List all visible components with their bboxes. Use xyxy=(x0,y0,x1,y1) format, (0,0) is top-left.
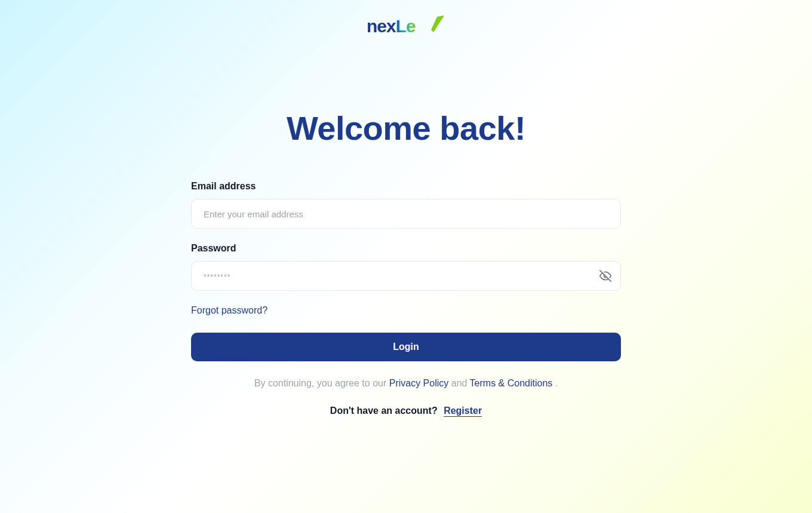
email-input[interactable] xyxy=(191,199,621,229)
toggle-password-visibility-button[interactable] xyxy=(598,269,613,283)
email-input-wrap xyxy=(191,199,621,229)
login-form: Welcome back! Email address Password xyxy=(191,109,621,416)
login-button[interactable]: Login xyxy=(191,333,621,361)
consent-suffix: . xyxy=(555,378,558,388)
consent-prefix: By continuing, you agree to our xyxy=(254,378,389,388)
consent-text: By continuing, you agree to our Privacy … xyxy=(191,378,621,389)
password-label: Password xyxy=(191,243,621,254)
email-field-group: Email address xyxy=(191,181,621,229)
password-input-wrap xyxy=(191,261,621,291)
privacy-policy-link[interactable]: Privacy Policy xyxy=(389,378,449,388)
register-prompt-line: Don't have an account? Register xyxy=(191,406,621,416)
register-link[interactable]: Register xyxy=(444,406,482,417)
forgot-password-link[interactable]: Forgot password? xyxy=(191,305,621,316)
svg-text:nexLe: nexLe xyxy=(367,16,416,36)
eye-off-icon xyxy=(599,270,611,282)
login-page: nexLe Welcome back! Email address Passwo… xyxy=(0,0,812,416)
page-title: Welcome back! xyxy=(191,109,621,148)
consent-and: and xyxy=(451,378,470,388)
register-prompt-text: Don't have an account? xyxy=(330,406,438,416)
brand-logo: nexLe xyxy=(367,14,445,37)
password-field-group: Password xyxy=(191,243,621,291)
password-input[interactable] xyxy=(191,261,621,291)
email-label: Email address xyxy=(191,181,621,192)
terms-link[interactable]: Terms & Conditions xyxy=(470,378,553,388)
nexlev-logo-icon: nexLe xyxy=(367,14,445,37)
